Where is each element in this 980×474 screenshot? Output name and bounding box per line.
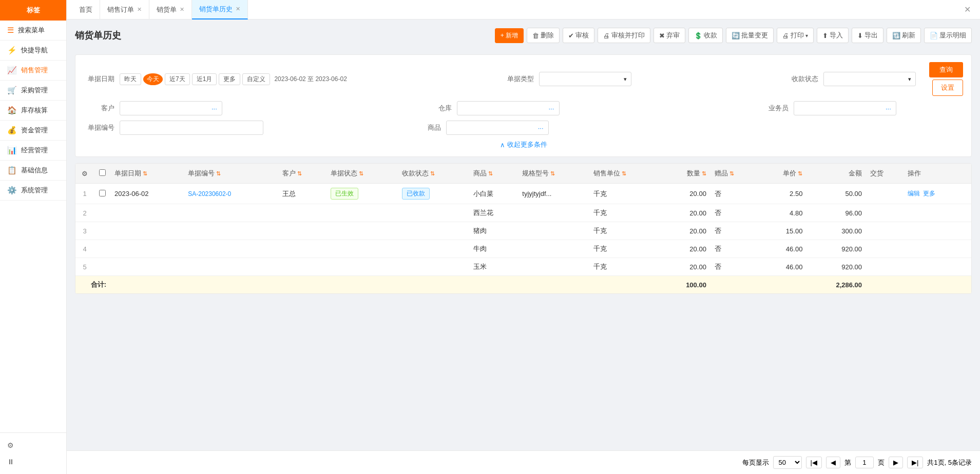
sidebar-item-basic-info[interactable]: 📋 基础信息	[0, 161, 66, 181]
cell-transaction	[866, 184, 904, 204]
goods-dots[interactable]: ···	[538, 124, 544, 132]
doc-type-select[interactable]: ▾	[539, 72, 631, 86]
col-settings[interactable]: ⚙	[75, 164, 94, 184]
sidebar-item-search-menu[interactable]: ☰ 搜索菜单	[0, 21, 66, 41]
col-qty[interactable]: 数量⇅	[661, 164, 710, 184]
sidebar-bottom-pause[interactable]: ⏸	[0, 453, 66, 470]
tab-home[interactable]: 首页	[72, 0, 100, 19]
collapse-button[interactable]: ∧ 收起更多条件	[84, 140, 963, 149]
basic-info-icon: 📋	[7, 166, 17, 175]
show-detail-button[interactable]: 📄 显示明细	[924, 28, 972, 43]
staff-input[interactable]	[797, 102, 883, 115]
print-button[interactable]: 🖨 打印 ▾	[777, 28, 814, 43]
cell-doc-no[interactable]	[184, 258, 278, 276]
cell-payment-status	[398, 204, 469, 222]
query-button[interactable]: 查询	[929, 62, 963, 77]
tab-sales-order[interactable]: 销售订单 ✕	[100, 0, 149, 19]
page-number-input[interactable]	[855, 457, 874, 468]
date-btn-custom[interactable]: 自定义	[242, 73, 270, 85]
action-link[interactable]: 更多	[923, 190, 935, 197]
cell-checkbox[interactable]	[94, 222, 110, 240]
cell-checkbox[interactable]	[94, 240, 110, 258]
col-goods[interactable]: 商品⇅	[469, 164, 518, 184]
cell-doc-no[interactable]	[184, 240, 278, 258]
cell-checkbox[interactable]	[94, 184, 110, 204]
page-last-button[interactable]: ▶|	[907, 457, 923, 468]
delete-button[interactable]: 🗑 删除	[527, 28, 560, 43]
refresh-button[interactable]: 🔃 刷新	[887, 28, 921, 43]
sidebar-item-quick-nav[interactable]: ⚡ 快捷导航	[0, 41, 66, 61]
col-customer[interactable]: 客户⇅	[278, 164, 326, 184]
sidebar-item-sys-mgmt[interactable]: ⚙️ 系统管理	[0, 181, 66, 201]
warehouse-input[interactable]	[460, 102, 547, 115]
date-btn-today[interactable]: 今天	[143, 73, 163, 85]
sidebar-bottom-settings[interactable]: ⚙	[0, 437, 66, 453]
page-prev-button[interactable]: ◀	[826, 457, 840, 468]
tab-sales-history[interactable]: 销货单历史 ✕	[192, 0, 248, 19]
col-unit[interactable]: 销售单位⇅	[589, 164, 661, 184]
payment-status-select[interactable]: ▾	[823, 72, 916, 86]
sidebar-item-sales-mgmt[interactable]: 📈 销售管理	[0, 61, 66, 81]
collapse-icon: ∧	[500, 141, 505, 149]
col-spec[interactable]: 规格型号⇅	[518, 164, 589, 184]
review-print-button[interactable]: 🖨 审核并打印	[598, 28, 650, 43]
abandon-button[interactable]: ✖ 弃审	[654, 28, 685, 43]
warehouse-label: 仓库	[421, 104, 452, 113]
tab-sales-delivery[interactable]: 销货单 ✕	[149, 0, 192, 19]
main-area: 首页 销售订单 ✕ 销货单 ✕ 销货单历史 ✕ ✕ 销货单历史 + 新增 🗑 删…	[67, 0, 980, 474]
sidebar-item-inventory[interactable]: 🏠 库存核算	[0, 101, 66, 121]
cell-doc-no[interactable]	[184, 204, 278, 222]
batch-change-button[interactable]: 🔄 批量变更	[726, 28, 774, 43]
cell-actions[interactable]	[904, 240, 971, 258]
customer-dots[interactable]: ···	[212, 105, 217, 112]
staff-dots[interactable]: ···	[886, 105, 891, 112]
col-doc-status[interactable]: 单据状态⇅	[326, 164, 398, 184]
batch-change-icon: 🔄	[732, 32, 740, 40]
doc-no-input[interactable]	[120, 121, 263, 135]
col-checkbox[interactable]	[94, 164, 110, 184]
customer-input[interactable]	[123, 102, 209, 115]
warehouse-dots[interactable]: ···	[549, 105, 554, 112]
goods-input[interactable]	[450, 121, 536, 134]
cell-checkbox[interactable]	[94, 258, 110, 276]
cell-seq: 4	[75, 240, 94, 258]
tab-close-all-button[interactable]: ✕	[960, 5, 975, 14]
sidebar-item-ops-mgmt[interactable]: 📊 经营管理	[0, 141, 66, 161]
select-all-checkbox[interactable]	[99, 169, 106, 176]
doc-no-link[interactable]: SA-20230602-0	[188, 190, 231, 198]
col-gift[interactable]: 赠品⇅	[710, 164, 759, 184]
col-payment-status[interactable]: 收款状态⇅	[398, 164, 469, 184]
per-page-select[interactable]: 50 100 200	[773, 456, 802, 469]
col-doc-date[interactable]: 单据日期⇅	[110, 164, 184, 184]
export-button[interactable]: ⬇ 导出	[852, 28, 883, 43]
import-button[interactable]: ⬆ 导入	[817, 28, 849, 43]
row-checkbox[interactable]	[99, 190, 106, 196]
tab-sales-order-close[interactable]: ✕	[137, 6, 142, 13]
cell-actions[interactable]	[904, 204, 971, 222]
col-doc-no[interactable]: 单据编号⇅	[184, 164, 278, 184]
page-first-button[interactable]: |◀	[806, 457, 822, 468]
date-btn-more[interactable]: 更多	[219, 73, 240, 85]
cell-doc-no[interactable]	[184, 222, 278, 240]
sidebar-item-purchase-mgmt[interactable]: 🛒 采购管理	[0, 81, 66, 101]
cell-doc-no[interactable]: SA-20230602-0	[184, 184, 278, 204]
review-button[interactable]: ✔ 审核	[563, 28, 594, 43]
date-btn-1month[interactable]: 近1月	[192, 73, 217, 85]
action-link[interactable]: 编辑	[908, 190, 920, 197]
tab-sales-delivery-close[interactable]: ✕	[180, 6, 184, 13]
tab-sales-history-close[interactable]: ✕	[236, 6, 240, 12]
collect-button[interactable]: 💲 收款	[688, 28, 723, 43]
col-unit-price[interactable]: 单价⇅	[759, 164, 807, 184]
new-button[interactable]: + 新增	[495, 28, 524, 43]
setting-button[interactable]: 设置	[932, 80, 963, 96]
sidebar-item-capital-mgmt[interactable]: 💰 资金管理	[0, 121, 66, 141]
page-next-button[interactable]: ▶	[889, 457, 903, 468]
cell-actions[interactable]	[904, 258, 971, 276]
search-menu-icon: ☰	[7, 26, 14, 35]
cell-actions[interactable]: 编辑更多	[904, 184, 971, 204]
cell-checkbox[interactable]	[94, 204, 110, 222]
cell-gift: 否	[710, 258, 759, 276]
date-btn-yesterday[interactable]: 昨天	[120, 73, 141, 85]
date-btn-7days[interactable]: 近7天	[165, 73, 190, 85]
cell-actions[interactable]	[904, 222, 971, 240]
